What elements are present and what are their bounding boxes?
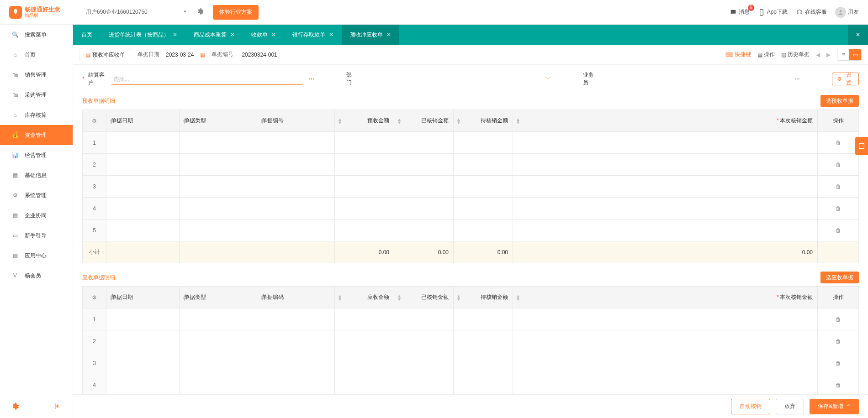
table-row[interactable]: 4🗑 <box>83 198 859 219</box>
auto-writeoff-button[interactable]: 自动核销 <box>731 399 770 414</box>
sidebar-item-10[interactable]: ▭新手引导 <box>0 225 73 246</box>
salesperson-picker-icon[interactable]: ⋯ <box>794 76 800 82</box>
sidebar-item-0[interactable]: 🔍搜索菜单 <box>0 25 73 45</box>
col-header[interactable]: ▲▼单据日期 <box>106 110 180 132</box>
sort-icon[interactable]: ▲▼ <box>260 294 265 301</box>
col-header[interactable]: ▲▼待核销金额 <box>454 110 513 132</box>
delete-row-icon[interactable]: 🗑 <box>836 338 841 345</box>
close-tab-icon[interactable]: ✕ <box>173 31 177 38</box>
org-selector[interactable]: 用户690企业1660120750 <box>82 5 192 20</box>
sort-icon[interactable]: ▲▼ <box>338 294 342 301</box>
table-settings-header[interactable]: ⚙ <box>83 287 106 308</box>
table-row[interactable]: 4🗑 <box>83 374 859 395</box>
table-row[interactable]: 3🗑 <box>83 352 859 374</box>
close-tab-icon[interactable]: ✕ <box>386 31 391 38</box>
delete-row-icon[interactable]: 🗑 <box>836 205 841 212</box>
sort-icon[interactable]: ▲▼ <box>516 294 520 301</box>
app-download-link[interactable]: App下载 <box>758 8 788 16</box>
col-header[interactable]: ▲▼*本次核销金额 <box>513 287 818 308</box>
side-float-button[interactable] <box>855 137 868 155</box>
prev-doc-icon[interactable]: ◀ <box>816 52 820 58</box>
col-header[interactable]: ▲▼已核销金额 <box>394 287 454 308</box>
table-row[interactable]: 3🗑 <box>83 176 859 198</box>
col-header[interactable]: ▲▼预收金额 <box>335 110 394 132</box>
col-header[interactable]: ▲▼单据编号 <box>257 110 335 132</box>
table-row[interactable]: 1🗑 <box>83 132 859 154</box>
view-form-icon[interactable]: ▭ <box>849 49 861 60</box>
sidebar-item-8[interactable]: ⚙系统管理 <box>0 185 73 205</box>
col-header[interactable]: ▲▼*本次核销金额 <box>513 110 818 132</box>
close-all-tabs-icon[interactable]: ✕ <box>848 25 868 45</box>
sort-icon[interactable]: ▲▼ <box>456 118 461 124</box>
customer-input[interactable] <box>111 73 303 85</box>
col-header[interactable]: ▲▼单据类型 <box>180 110 257 132</box>
sidebar-item-11[interactable]: ▦应用中心 <box>0 246 73 266</box>
close-tab-icon[interactable]: ✕ <box>271 31 276 38</box>
delete-row-icon[interactable]: 🗑 <box>836 227 841 234</box>
table-row[interactable]: 1🗑 <box>83 308 859 330</box>
sidebar-item-9[interactable]: ▦企业协同 <box>0 205 73 225</box>
doc-date-value[interactable]: 2023-03-24 <box>166 52 194 58</box>
sidebar-item-3[interactable]: 🛍采购管理 <box>0 85 73 105</box>
sidebar-item-7[interactable]: ▦基础信息 <box>0 165 73 185</box>
settings-icon[interactable] <box>11 402 19 412</box>
sidebar-item-2[interactable]: 🛍销售管理 <box>0 65 73 85</box>
col-header[interactable]: ▲▼已核销金额 <box>394 110 454 132</box>
operate-link[interactable]: ▤操作 <box>757 51 775 58</box>
sidebar-item-12[interactable]: V畅会员 <box>0 266 73 286</box>
sort-icon[interactable]: ▲▼ <box>182 118 187 124</box>
salesperson-input[interactable] <box>601 73 789 85</box>
calendar-icon[interactable]: ▦ <box>200 52 205 58</box>
col-header[interactable]: ▲▼单据编码 <box>257 287 335 308</box>
user-menu[interactable]: 用友 <box>835 7 859 18</box>
delete-row-icon[interactable]: 🗑 <box>836 162 841 168</box>
delete-row-icon[interactable]: 🗑 <box>836 360 841 366</box>
sort-icon[interactable]: ▲▼ <box>456 294 461 301</box>
customer-picker-icon[interactable]: ⋯ <box>309 76 314 82</box>
sort-icon[interactable]: ▲▼ <box>397 294 402 301</box>
sort-icon[interactable]: ▲▼ <box>182 294 187 301</box>
close-tab-icon[interactable]: ✕ <box>329 31 333 38</box>
trial-button[interactable]: 体验行业方案 <box>213 5 259 20</box>
shortcut-link[interactable]: ⌨快捷键 <box>725 51 751 58</box>
sort-icon[interactable]: ▲▼ <box>397 118 402 124</box>
sidebar-item-6[interactable]: 📊经营管理 <box>0 145 73 165</box>
col-header[interactable]: ▲▼单据日期 <box>106 287 180 308</box>
close-tab-icon[interactable]: ✕ <box>230 31 235 38</box>
save-and-new-button[interactable]: 保存&新增⌃ <box>810 399 859 414</box>
tab-5[interactable]: 预收冲应收单✕ <box>342 25 399 45</box>
next-doc-icon[interactable]: ▶ <box>826 52 831 58</box>
dept-select[interactable]: ﹀ <box>360 73 551 85</box>
col-header[interactable]: ▲▼待核销金额 <box>454 287 513 308</box>
table-settings-header[interactable]: ⚙ <box>83 110 106 132</box>
form-settings-button[interactable]: ⚙设置 <box>832 73 859 85</box>
tab-0[interactable]: 首页 <box>73 25 101 45</box>
sidebar-item-4[interactable]: ⌂库存核算 <box>0 105 73 125</box>
messages-link[interactable]: 消息 6 <box>730 8 750 16</box>
sort-icon[interactable]: ▲▼ <box>338 118 342 124</box>
brand-logo[interactable]: 畅捷通好生意 精品版 <box>9 6 69 19</box>
history-link[interactable]: ▥历史单据 <box>781 51 810 58</box>
tab-2[interactable]: 商品成本重算✕ <box>185 25 243 45</box>
sidebar-item-1[interactable]: ⌂首页 <box>0 45 73 65</box>
sort-icon[interactable]: ▲▼ <box>109 294 114 301</box>
view-list-icon[interactable]: ≡ <box>837 49 849 60</box>
col-header[interactable]: ▲▼应收金额 <box>335 287 394 308</box>
table-row[interactable]: 2🗑 <box>83 154 859 176</box>
tab-4[interactable]: 银行存取款单✕ <box>284 25 342 45</box>
delete-row-icon[interactable]: 🗑 <box>836 183 841 190</box>
org-settings-icon[interactable] <box>196 8 204 16</box>
tab-3[interactable]: 收款单✕ <box>243 25 284 45</box>
delete-row-icon[interactable]: 🗑 <box>836 316 841 323</box>
collapse-sidebar-icon[interactable] <box>53 402 62 412</box>
sort-icon[interactable]: ▲▼ <box>109 118 114 124</box>
table-row[interactable]: 2🗑 <box>83 330 859 352</box>
table-row[interactable]: 5🗑 <box>83 219 859 241</box>
customer-service-link[interactable]: 在线客服 <box>796 8 827 16</box>
col-header[interactable]: 操作 <box>818 110 859 132</box>
sort-icon[interactable]: ▲▼ <box>260 118 265 124</box>
select-prepay-button[interactable]: 选预收单据 <box>820 95 859 107</box>
sort-icon[interactable]: ▲▼ <box>516 118 520 124</box>
select-receivable-button[interactable]: 选应收单据 <box>820 272 859 283</box>
delete-row-icon[interactable]: 🗑 <box>836 382 841 388</box>
